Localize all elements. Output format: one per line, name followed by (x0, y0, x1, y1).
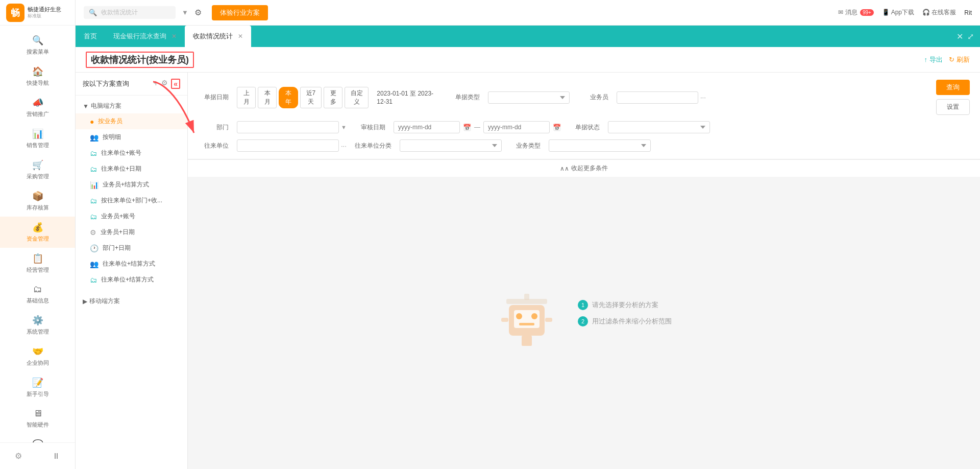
scheme-group-mobile: ▶ 移动端方案 (76, 291, 187, 312)
sidebar-item-sales[interactable]: 📊 销售管理 (0, 123, 75, 154)
topbar-search-box[interactable]: 🔍 收款情况统计 (84, 6, 176, 19)
tab-cashflow[interactable]: 现金银行流水查询 ✕ (105, 26, 185, 47)
result-tips: 1 请先选择要分析的方案 2 用过滤条件来缩小分析范围 (578, 290, 672, 326)
date-btn-custom[interactable]: 自定义 (345, 87, 369, 108)
partner-input[interactable] (237, 139, 339, 152)
scheme-settings-btn[interactable]: ⚙ (161, 79, 168, 89)
date-btn-last-month[interactable]: 上月 (237, 87, 256, 108)
export-btn[interactable]: ↑ 导出 (924, 55, 943, 64)
sidebar-item-hardware[interactable]: 🖥 智能硬件 (0, 403, 75, 434)
scheme-item-10[interactable]: 🗂 往来单位+结算方式 (76, 272, 187, 288)
sidebar-label-system: 系统管理 (27, 328, 49, 336)
calendar-icon-1[interactable]: 📅 (463, 124, 471, 131)
scheme-item-1[interactable]: 👥 按明细 (76, 129, 187, 145)
scheme-item-2[interactable]: 🗂 往来单位+账号 (76, 145, 187, 161)
topbar-dropdown-icon[interactable]: ▼ (182, 9, 188, 16)
sidebar-item-nav[interactable]: 🏠 快捷导航 (0, 61, 75, 92)
scheme-item-8[interactable]: 🕐 部门+日期 (76, 240, 187, 256)
partner-category-select[interactable] (400, 139, 502, 152)
query-btn[interactable]: 查询 (936, 80, 970, 95)
scheme-item-3[interactable]: 🗂 往来单位+日期 (76, 161, 187, 177)
sidebar-item-purchase[interactable]: 🛒 采购管理 (0, 154, 75, 185)
tab-close-all-icon[interactable]: ✕ (957, 32, 963, 41)
calendar-icon-2[interactable]: 📅 (553, 124, 561, 131)
scheme-item-5[interactable]: 🗂 按往来单位+部门+收... (76, 193, 187, 208)
message-badge: 99+ (860, 9, 874, 16)
sidebar-item-wechat[interactable]: 💬 企业微信 (0, 434, 75, 442)
dept-input[interactable] (237, 121, 339, 133)
sidebar-item-search[interactable]: 🔍 搜索菜单 (0, 30, 75, 61)
review-date-field: 📅 — 📅 (394, 121, 561, 133)
business-type-select[interactable] (549, 139, 651, 152)
sidebar-item-finance[interactable]: 💰 资金管理 (0, 217, 75, 248)
salesman-label: 业务员 (578, 93, 608, 102)
collapse-bar[interactable]: ∧∧ 收起更多条件 (188, 159, 980, 177)
partner-category-field (400, 139, 502, 152)
service-label: 在线客服 (932, 9, 956, 16)
svg-point-3 (531, 313, 537, 319)
scheme-group-desktop-title[interactable]: ▼ 电脑端方案 (76, 99, 187, 113)
refresh-btn[interactable]: ↻ 刷新 (949, 55, 970, 64)
trial-btn[interactable]: 体验行业方案 (212, 5, 268, 20)
topbar-gear-icon[interactable]: ⚙ (194, 8, 202, 17)
wechat-icon: 💬 (32, 439, 43, 442)
date-btn-this-month[interactable]: 本月 (258, 87, 277, 108)
tab-home[interactable]: 首页 (76, 26, 105, 47)
scheme-item-9[interactable]: 👥 往来单位+结算方式 (76, 256, 187, 272)
message-area[interactable]: ✉ 消息 99+ (838, 8, 874, 17)
sidebar-item-basic[interactable]: 🗂 基础信息 (0, 279, 75, 310)
sidebar-item-guide[interactable]: 📝 新手引导 (0, 372, 75, 403)
left-panel: 按以下方案查询 + ⚙ « ▼ 电脑端方案 ● 按业务员 👥 按 (76, 73, 188, 469)
sidebar-item-system[interactable]: ⚙️ 系统管理 (0, 310, 75, 341)
svg-rect-9 (524, 294, 529, 300)
sidebar-collapse-btn[interactable]: ⏸ (50, 450, 62, 463)
scheme-item-4[interactable]: 📊 业务员+结算方式 (76, 177, 187, 193)
tab-collection[interactable]: 收款情况统计 ✕ (185, 26, 251, 47)
refresh-icon: ↻ (949, 56, 954, 63)
date-btn-7days[interactable]: 近7天 (300, 87, 322, 108)
dept-dropdown-icon[interactable]: ▼ (341, 124, 347, 130)
review-date-from[interactable] (394, 121, 460, 133)
tab-cashflow-close[interactable]: ✕ (172, 33, 177, 40)
salesman-more-icon[interactable]: ··· (700, 93, 706, 101)
sidebar-settings-btn[interactable]: ⚙ (13, 449, 24, 463)
status-select[interactable] (608, 121, 710, 133)
settings-btn[interactable]: 设置 (936, 99, 970, 115)
add-scheme-btn[interactable]: + (154, 79, 158, 89)
scheme-item-6[interactable]: 🗂 业务员+账号 (76, 208, 187, 224)
online-service[interactable]: 🎧 在线客服 (922, 8, 956, 17)
scheme-icon-5: 🗂 (90, 197, 97, 205)
sidebar-item-operation[interactable]: 📋 经营管理 (0, 248, 75, 279)
salesman-field: ··· (617, 91, 706, 104)
user-name[interactable]: Rit (964, 9, 972, 16)
scheme-icon-2: 🗂 (90, 149, 97, 157)
scheme-label-8: 部门+日期 (103, 244, 131, 252)
hardware-icon: 🖥 (33, 408, 42, 419)
collapse-panel-btn[interactable]: « (171, 79, 180, 89)
partner-more-icon[interactable]: ··· (341, 142, 347, 150)
salesman-input[interactable] (617, 91, 698, 104)
tab-collection-close[interactable]: ✕ (238, 33, 243, 40)
app-download[interactable]: 📱 App下载 (882, 8, 914, 17)
business-type-label: 业务类型 (510, 142, 541, 150)
basic-icon: 🗂 (33, 284, 42, 295)
date-btn-more[interactable]: 更多 (324, 87, 342, 108)
sidebar-label-finance: 资金管理 (27, 235, 49, 243)
scheme-item-7[interactable]: ⚙ 业务员+日期 (76, 224, 187, 240)
topbar-search-icon: 🔍 (89, 9, 97, 16)
sidebar-item-collab[interactable]: 🤝 企业协同 (0, 341, 75, 372)
tip-item-1: 1 请先选择要分析的方案 (578, 300, 672, 310)
sidebar-item-inventory[interactable]: 📦 库存核算 (0, 185, 75, 217)
tab-maximize-icon[interactable]: ⤢ (967, 32, 974, 41)
voucher-type-select[interactable] (488, 91, 570, 104)
sidebar-item-marketing[interactable]: 📣 营销推广 (0, 92, 75, 123)
tab-right-actions: ✕ ⤢ (957, 32, 980, 41)
date-btn-this-year[interactable]: 本年 (279, 87, 298, 108)
tab-cashflow-label: 现金银行流水查询 (113, 32, 166, 41)
review-date-to[interactable] (483, 121, 550, 133)
sidebar-label-guide: 新手引导 (27, 390, 49, 398)
scheme-group-mobile-title[interactable]: ▶ 移动端方案 (76, 294, 187, 309)
sidebar-label-sales: 销售管理 (27, 142, 49, 149)
scheme-icon-10: 🗂 (90, 276, 97, 284)
scheme-item-0[interactable]: ● 按业务员 (76, 113, 187, 129)
